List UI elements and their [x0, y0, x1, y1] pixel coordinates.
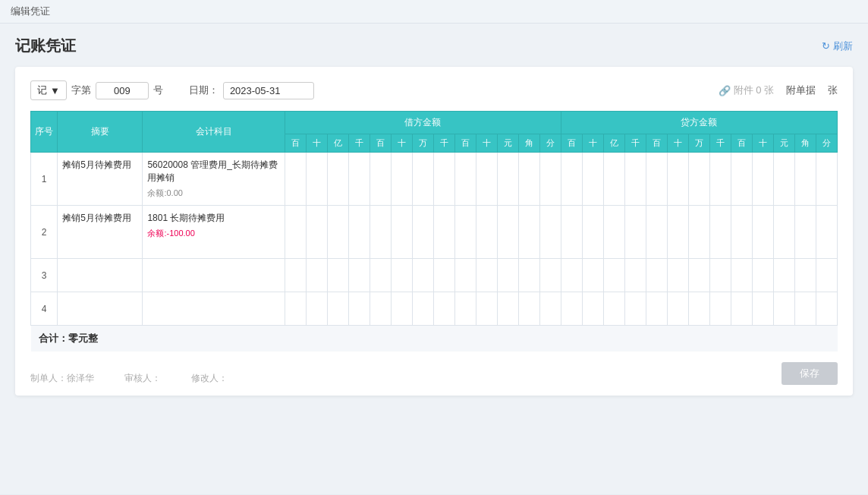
cell-digit-3-2[interactable] — [327, 259, 348, 292]
cell-digit-3-1[interactable] — [306, 259, 327, 292]
cell-digit-4-10[interactable] — [497, 292, 518, 326]
cell-digit-3-10[interactable] — [497, 259, 518, 292]
cell-summary-3[interactable] — [58, 259, 143, 292]
attach-single-label[interactable]: 附单据 — [786, 84, 816, 97]
cell-digit-4-5[interactable] — [391, 292, 412, 326]
cell-digit-4-9[interactable] — [476, 292, 497, 326]
voucher-number-input[interactable] — [96, 82, 149, 99]
cell-digit-2-9[interactable] — [476, 206, 497, 259]
cell-digit-2-17[interactable] — [646, 206, 667, 259]
cell-digit-3-23[interactable] — [773, 259, 794, 292]
cell-digit-3-14[interactable] — [582, 259, 603, 292]
cell-digit-4-12[interactable] — [539, 292, 561, 326]
cell-digit-4-22[interactable] — [752, 292, 773, 326]
cell-digit-3-6[interactable] — [412, 259, 433, 292]
cell-digit-1-14[interactable] — [582, 153, 603, 206]
cell-digit-3-24[interactable] — [794, 259, 816, 292]
cell-digit-4-21[interactable] — [731, 292, 752, 326]
cell-digit-3-5[interactable] — [391, 259, 412, 292]
cell-digit-1-20[interactable] — [709, 153, 731, 206]
cell-digit-2-8[interactable] — [454, 206, 476, 259]
cell-digit-4-3[interactable] — [348, 292, 370, 326]
cell-digit-2-22[interactable] — [752, 206, 773, 259]
cell-digit-3-20[interactable] — [709, 259, 731, 292]
save-button[interactable]: 保存 — [782, 362, 838, 385]
cell-digit-1-6[interactable] — [412, 153, 433, 206]
cell-digit-4-8[interactable] — [454, 292, 476, 326]
cell-digit-4-16[interactable] — [624, 292, 646, 326]
cell-digit-3-17[interactable] — [646, 259, 667, 292]
cell-digit-1-4[interactable] — [370, 153, 391, 206]
cell-digit-2-5[interactable] — [391, 206, 412, 259]
cell-digit-1-23[interactable] — [773, 153, 794, 206]
cell-digit-4-11[interactable] — [518, 292, 539, 326]
cell-digit-2-20[interactable] — [709, 206, 731, 259]
cell-digit-1-19[interactable] — [688, 153, 709, 206]
cell-digit-4-17[interactable] — [646, 292, 667, 326]
cell-digit-3-12[interactable] — [539, 259, 561, 292]
cell-digit-3-19[interactable] — [688, 259, 709, 292]
cell-digit-2-2[interactable] — [327, 206, 348, 259]
cell-digit-4-23[interactable] — [773, 292, 794, 326]
cell-account-4[interactable] — [143, 292, 285, 326]
cell-digit-4-4[interactable] — [370, 292, 391, 326]
cell-digit-3-18[interactable] — [667, 259, 688, 292]
cell-summary-1[interactable]: 摊销5月待摊费用 — [58, 153, 143, 206]
cell-digit-3-7[interactable] — [433, 259, 454, 292]
cell-digit-3-21[interactable] — [731, 259, 752, 292]
cell-digit-1-16[interactable] — [624, 153, 646, 206]
cell-digit-2-19[interactable] — [688, 206, 709, 259]
cell-digit-2-6[interactable] — [412, 206, 433, 259]
cell-digit-4-13[interactable] — [561, 292, 582, 326]
cell-digit-1-10[interactable] — [497, 153, 518, 206]
cell-digit-4-24[interactable] — [794, 292, 816, 326]
cell-digit-2-0[interactable] — [285, 206, 306, 259]
cell-digit-3-4[interactable] — [370, 259, 391, 292]
cell-account-1[interactable]: 56020008 管理费用_长期待摊费用摊销余额:0.00 — [143, 153, 285, 206]
cell-digit-4-1[interactable] — [306, 292, 327, 326]
cell-digit-2-25[interactable] — [816, 206, 837, 259]
cell-digit-2-12[interactable] — [539, 206, 561, 259]
cell-digit-3-15[interactable] — [603, 259, 624, 292]
cell-digit-4-6[interactable] — [412, 292, 433, 326]
voucher-type-dropdown[interactable]: 记 ▼ — [30, 80, 67, 100]
cell-account-2[interactable]: 1801 长期待摊费用余额:-100.00 — [143, 206, 285, 259]
cell-digit-1-9[interactable] — [476, 153, 497, 206]
cell-digit-1-17[interactable] — [646, 153, 667, 206]
cell-digit-4-19[interactable] — [688, 292, 709, 326]
cell-digit-2-4[interactable] — [370, 206, 391, 259]
attachment-link[interactable]: 🔗 附件 0 张 — [719, 84, 774, 97]
cell-digit-2-14[interactable] — [582, 206, 603, 259]
cell-digit-2-1[interactable] — [306, 206, 327, 259]
cell-digit-2-11[interactable] — [518, 206, 539, 259]
cell-digit-1-2[interactable] — [327, 153, 348, 206]
cell-digit-2-13[interactable] — [561, 206, 582, 259]
cell-digit-1-18[interactable] — [667, 153, 688, 206]
cell-digit-1-0[interactable] — [285, 153, 306, 206]
cell-digit-1-3[interactable] — [348, 153, 370, 206]
refresh-button[interactable]: ↻ 刷新 — [822, 39, 853, 53]
cell-digit-2-23[interactable] — [773, 206, 794, 259]
cell-digit-3-22[interactable] — [752, 259, 773, 292]
cell-digit-1-12[interactable] — [539, 153, 561, 206]
cell-digit-3-16[interactable] — [624, 259, 646, 292]
cell-digit-2-21[interactable] — [731, 206, 752, 259]
cell-summary-4[interactable] — [58, 292, 143, 326]
cell-digit-4-18[interactable] — [667, 292, 688, 326]
cell-digit-1-21[interactable] — [731, 153, 752, 206]
cell-digit-3-9[interactable] — [476, 259, 497, 292]
cell-digit-4-0[interactable] — [285, 292, 306, 326]
cell-digit-1-24[interactable] — [794, 153, 816, 206]
cell-digit-1-15[interactable] — [603, 153, 624, 206]
cell-digit-3-3[interactable] — [348, 259, 370, 292]
cell-digit-4-25[interactable] — [816, 292, 837, 326]
cell-digit-1-8[interactable] — [454, 153, 476, 206]
cell-digit-1-22[interactable] — [752, 153, 773, 206]
cell-digit-2-15[interactable] — [603, 206, 624, 259]
cell-digit-2-18[interactable] — [667, 206, 688, 259]
cell-digit-3-13[interactable] — [561, 259, 582, 292]
date-input[interactable] — [223, 82, 314, 99]
cell-digit-3-8[interactable] — [454, 259, 476, 292]
cell-digit-2-7[interactable] — [433, 206, 454, 259]
cell-digit-2-10[interactable] — [497, 206, 518, 259]
